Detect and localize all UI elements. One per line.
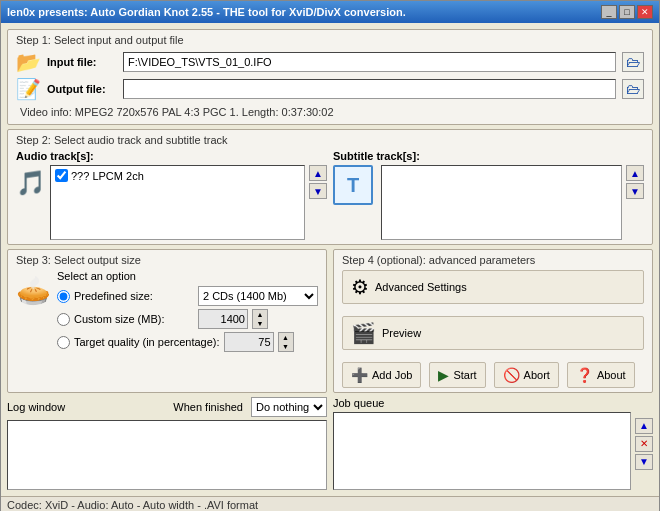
preview-button[interactable]: 🎬 Preview [342, 316, 644, 350]
subtitle-arrows: ▲ ▼ [626, 165, 644, 199]
titlebar: len0x presents: Auto Gordian Knot 2.55 -… [1, 1, 659, 23]
add-job-label: Add Job [372, 369, 412, 381]
queue-up-button[interactable]: ▲ [635, 418, 653, 434]
custom-row: Custom size (MB): ▲ ▼ [57, 309, 318, 329]
queue-area [333, 412, 631, 490]
audio-icon: 🎵 [16, 169, 46, 197]
start-button[interactable]: ▶ Start [429, 362, 485, 388]
input-label: Input file: [47, 56, 117, 68]
audio-track-label: Audio track[s]: [16, 150, 327, 162]
gear-icon: ⚙ [351, 275, 369, 299]
step1-title: Step 1: Select input and output file [16, 34, 644, 46]
abort-icon: 🚫 [503, 367, 520, 383]
film-icon: 🎬 [351, 321, 376, 345]
log-area [7, 420, 327, 490]
video-info: Video info: MPEG2 720x576 PAL 4:3 PGC 1.… [16, 104, 644, 120]
audio-column: Audio track[s]: 🎵 ??? LPCM 2ch ▲ ▼ [16, 150, 327, 240]
queue-down-button[interactable]: ▼ [635, 454, 653, 470]
maximize-button[interactable]: □ [619, 5, 635, 19]
audio-up-button[interactable]: ▲ [309, 165, 327, 181]
when-finished-select[interactable]: Do nothing Shutdown Hibernate Exit [251, 397, 327, 417]
main-content: Step 1: Select input and output file 📂 I… [1, 23, 659, 496]
log-header: Log window When finished Do nothing Shut… [7, 397, 327, 417]
step2-section: Step 2: Select audio track and subtitle … [7, 129, 653, 245]
window-controls: _ □ ✕ [601, 5, 653, 19]
subtitle-track-list[interactable] [381, 165, 622, 240]
audio-track-list[interactable]: ??? LPCM 2ch [50, 165, 305, 240]
step4-buttons: ⚙ Advanced Settings 🎬 Preview [342, 270, 644, 356]
audio-track-name: ??? LPCM 2ch [71, 170, 144, 182]
step1-section: Step 1: Select input and output file 📂 I… [7, 29, 653, 125]
step2-title: Step 2: Select audio track and subtitle … [16, 134, 644, 146]
target-spin-up[interactable]: ▲ [279, 333, 293, 342]
subtitle-column: Subtitle track[s]: T ▲ ▼ [333, 150, 644, 240]
window-title: len0x presents: Auto Gordian Knot 2.55 -… [7, 6, 406, 18]
minimize-button[interactable]: _ [601, 5, 617, 19]
step4-section: Step 4 (optional): advanced parameters ⚙… [333, 249, 653, 393]
custom-spinner: ▲ ▼ [252, 309, 268, 329]
queue-header: Job queue [333, 397, 631, 409]
step3-step4-row: Step 3: Select output size 🥧 Select an o… [7, 249, 653, 393]
log-label: Log window [7, 401, 65, 413]
predefined-label: Predefined size: [74, 290, 194, 302]
audio-down-button[interactable]: ▼ [309, 183, 327, 199]
target-radio[interactable] [57, 336, 70, 349]
add-job-button[interactable]: ➕ Add Job [342, 362, 421, 388]
preview-label: Preview [382, 327, 421, 339]
abort-button[interactable]: 🚫 Abort [494, 362, 559, 388]
target-spinner: ▲ ▼ [278, 332, 294, 352]
step3-section: Step 3: Select output size 🥧 Select an o… [7, 249, 327, 393]
output-file-field[interactable] [123, 79, 616, 99]
audio-track-checkbox[interactable] [55, 169, 68, 182]
when-finished-row: When finished Do nothing Shutdown Hibern… [173, 397, 327, 417]
subtitle-down-button[interactable]: ▼ [626, 183, 644, 199]
input-icon: 📂 [16, 50, 41, 74]
step3-title: Step 3: Select output size [16, 254, 318, 266]
browse-input-icon: 🗁 [626, 54, 640, 70]
input-row: 📂 Input file: 🗁 [16, 50, 644, 74]
target-label: Target quality (in percentage): [74, 336, 220, 348]
queue-section: Job queue [333, 397, 631, 490]
when-finished-label: When finished [173, 401, 243, 413]
advanced-settings-button[interactable]: ⚙ Advanced Settings [342, 270, 644, 304]
step3-options: Select an option Predefined size: 2 CDs … [57, 270, 318, 355]
select-option-label: Select an option [57, 270, 318, 282]
about-button[interactable]: ❓ About [567, 362, 635, 388]
custom-spin-down[interactable]: ▼ [253, 319, 267, 328]
browse-output-icon: 🗁 [626, 81, 640, 97]
target-spin-down[interactable]: ▼ [279, 342, 293, 351]
target-value-field[interactable] [224, 332, 274, 352]
predefined-select[interactable]: 2 CDs (1400 Mb) 1 CD (700 Mb) 3 CDs (210… [198, 286, 318, 306]
bottom-row: Log window When finished Do nothing Shut… [7, 397, 653, 490]
input-browse-button[interactable]: 🗁 [622, 52, 644, 72]
about-label: About [597, 369, 626, 381]
subtitle-track-label: Subtitle track[s]: [333, 150, 644, 162]
queue-delete-button[interactable]: ✕ [635, 436, 653, 452]
close-button[interactable]: ✕ [637, 5, 653, 19]
start-icon: ▶ [438, 367, 449, 383]
queue-arrows: ▲ ✕ ▼ [635, 397, 653, 490]
status-text: Codec: XviD - Audio: Auto - Auto width -… [7, 499, 258, 511]
custom-radio[interactable] [57, 313, 70, 326]
pie-icon: 🥧 [16, 274, 51, 307]
audio-track-item: ??? LPCM 2ch [53, 168, 302, 183]
subtitle-up-button[interactable]: ▲ [626, 165, 644, 181]
advanced-settings-label: Advanced Settings [375, 281, 467, 293]
predefined-row: Predefined size: 2 CDs (1400 Mb) 1 CD (7… [57, 286, 318, 306]
subtitle-icon: T [333, 165, 373, 205]
status-bar: Codec: XviD - Audio: Auto - Auto width -… [1, 496, 659, 511]
output-browse-button[interactable]: 🗁 [622, 79, 644, 99]
predefined-radio[interactable] [57, 290, 70, 303]
step4-title: Step 4 (optional): advanced parameters [342, 254, 644, 266]
output-label: Output file: [47, 83, 117, 95]
step2-columns: Audio track[s]: 🎵 ??? LPCM 2ch ▲ ▼ [16, 150, 644, 240]
custom-value-field[interactable] [198, 309, 248, 329]
custom-spin-up[interactable]: ▲ [253, 310, 267, 319]
main-window: len0x presents: Auto Gordian Knot 2.55 -… [0, 0, 660, 511]
add-job-icon: ➕ [351, 367, 368, 383]
abort-label: Abort [524, 369, 550, 381]
start-label: Start [453, 369, 476, 381]
input-file-field[interactable] [123, 52, 616, 72]
action-row: ➕ Add Job ▶ Start 🚫 Abort ❓ About [342, 362, 644, 388]
audio-arrows: ▲ ▼ [309, 165, 327, 199]
